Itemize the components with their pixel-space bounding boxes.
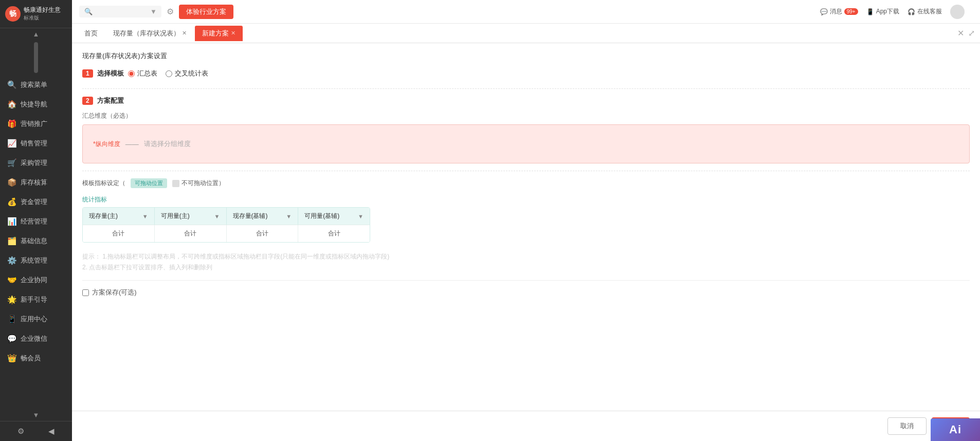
sidebar-item-inventory[interactable]: 📦 库存核算 — [0, 173, 72, 192]
operations-icon: 📊 — [7, 217, 16, 226]
search-menu-icon: 🔍 — [7, 80, 16, 89]
step1-header: 1 选择模板 汇总表 交叉统计表 — [82, 69, 970, 78]
crosstab-label: 交叉统计表 — [175, 69, 208, 78]
crosstab-radio-input[interactable] — [166, 70, 172, 77]
newbie-icon: 🌟 — [7, 295, 16, 304]
tabs-bar: 首页 现存量（库存状况表） ✕ 新建方案 ✕ ✕ ⤢ — [72, 24, 980, 43]
marketing-icon: 🎁 — [7, 119, 16, 128]
sidebar-item-system[interactable]: ⚙️ 系统管理 — [0, 251, 72, 270]
crosstab-radio[interactable]: 交叉统计表 — [166, 69, 208, 78]
save-label: 方案保存(可选) — [92, 288, 137, 297]
tip-2: 2. 点击标题栏下拉可设置排序、插入列和删除列 — [82, 263, 970, 272]
appstore-icon: 📱 — [7, 315, 16, 324]
sidebar-item-enterprise[interactable]: 🤝 企业协同 — [0, 270, 72, 290]
sidebar-scrollbar[interactable] — [34, 42, 38, 73]
window-close-button[interactable]: ✕ — [957, 28, 964, 38]
ai-badge[interactable]: Ai — [931, 418, 980, 441]
search-box[interactable]: 🔍 ▼ — [79, 6, 161, 17]
new-plan-tab-label: 新建方案 — [202, 29, 229, 38]
stats-table-row: 合计 合计 合计 合计 — [83, 225, 370, 242]
basics-icon: 🗂️ — [7, 236, 16, 246]
fixed-indicator: 不可拖动位置） — [172, 179, 225, 188]
online-service-button[interactable]: 🎧 在线客服 — [908, 7, 942, 16]
tip-1: 提示： 1.拖动标题栏可以调整布局，不可跨维度或指标区域拖动栏目字段(只能在同一… — [82, 252, 970, 261]
sidebar-logo: 畅 畅康通好生意 标准版 — [0, 0, 72, 28]
col-name-1: 可用量(主) — [161, 212, 190, 220]
step2-badge: 2 — [82, 97, 93, 105]
sidebar-item-label: 企业微信 — [21, 334, 47, 343]
inventory-tab-close-icon[interactable]: ✕ — [182, 30, 187, 36]
app-download-button[interactable]: 📱 App下载 — [866, 7, 899, 16]
col-name-0: 现存量(主) — [89, 212, 118, 220]
save-checkbox[interactable] — [82, 289, 89, 296]
template-radio-group: 汇总表 交叉统计表 — [128, 69, 208, 78]
new-plan-tab-close-icon[interactable]: ✕ — [231, 30, 235, 36]
purchase-icon: 🛒 — [7, 158, 16, 168]
step1-section: 1 选择模板 汇总表 交叉统计表 — [82, 69, 970, 78]
settings-icon[interactable]: ⚙ — [17, 427, 24, 436]
app-sub: 标准版 — [24, 14, 61, 22]
sidebar-item-newbie[interactable]: 🌟 新手引导 — [0, 290, 72, 309]
home-tab-label: 首页 — [84, 29, 98, 38]
sidebar-item-purchase[interactable]: 🛒 采购管理 — [0, 153, 72, 173]
window-expand-button[interactable]: ⤢ — [968, 28, 975, 38]
draggable-indicator-badge: 可拖动位置 — [131, 178, 167, 188]
sidebar-item-operations[interactable]: 📊 经营管理 — [0, 212, 72, 231]
step2-header: 2 方案配置 — [82, 96, 970, 105]
sidebar-scroll-down[interactable]: ▼ — [0, 409, 72, 421]
fixed-indicator-label: 不可拖动位置） — [182, 179, 225, 188]
sidebar-item-label: 销售管理 — [21, 139, 47, 148]
page-title: 现存量(库存状况表)方案设置 — [82, 51, 970, 61]
stats-label: 统计指标 — [82, 195, 970, 204]
sidebar-item-member[interactable]: 👑 畅会员 — [0, 348, 72, 368]
tips-area: 提示： 1.拖动标题栏可以调整布局，不可跨维度或指标区域拖动栏目字段(只能在同一… — [82, 252, 970, 272]
summary-radio-input[interactable] — [128, 70, 135, 77]
col-chevron-1[interactable]: ▼ — [214, 213, 220, 219]
sidebar-item-label: 资金管理 — [21, 197, 47, 207]
sidebar-item-shortcut[interactable]: 🏠 快捷导航 — [0, 95, 72, 114]
sidebar-item-label: 搜索菜单 — [21, 80, 47, 89]
dim-section-label: 汇总维度（必选） — [82, 112, 970, 120]
sidebar-item-appstore[interactable]: 📱 应用中心 — [0, 309, 72, 329]
cancel-button[interactable]: 取消 — [887, 417, 927, 435]
industry-plan-button[interactable]: 体验行业方案 — [179, 5, 233, 19]
sidebar-item-marketing[interactable]: 🎁 营销推广 — [0, 114, 72, 134]
col-chevron-2[interactable]: ▼ — [286, 213, 292, 219]
headset-icon: 🎧 — [908, 8, 915, 15]
col-chevron-0[interactable]: ▼ — [142, 213, 148, 219]
logo-icon: 畅 — [5, 6, 21, 22]
system-icon: ⚙️ — [7, 256, 16, 265]
sidebar-item-basics[interactable]: 🗂️ 基础信息 — [0, 231, 72, 251]
message-button[interactable]: 💬 消息 99+ — [820, 7, 858, 16]
sidebar-item-search[interactable]: 🔍 搜索菜单 — [0, 75, 72, 95]
stats-table-header: 现存量(主) ▼ 可用量(主) ▼ 现存量(基辅) ▼ 可用量(基辅) — [83, 208, 370, 225]
search-chevron-icon[interactable]: ▼ — [150, 8, 157, 15]
fixed-indicator-box — [172, 180, 179, 187]
col-chevron-3[interactable]: ▼ — [358, 213, 364, 219]
sidebar-bottom: ⚙ ◀ — [0, 421, 72, 441]
member-icon: 👑 — [7, 354, 16, 363]
sidebar-item-sales[interactable]: 📈 销售管理 — [0, 134, 72, 153]
gear-icon[interactable]: ⚙ — [167, 7, 174, 16]
sidebar-item-label: 新手引导 — [21, 295, 47, 304]
summary-table-radio[interactable]: 汇总表 — [128, 69, 157, 78]
summary-label: 汇总表 — [137, 69, 157, 78]
sidebar-item-wechat[interactable]: 💬 企业微信 — [0, 329, 72, 348]
enterprise-icon: 🤝 — [7, 275, 16, 285]
tab-inventory[interactable]: 现存量（库存状况表） ✕ — [106, 26, 194, 41]
stats-cell-0: 合计 — [83, 225, 155, 242]
collapse-icon[interactable]: ◀ — [48, 427, 55, 436]
sidebar-scroll-up[interactable]: ▲ — [0, 28, 72, 40]
sales-icon: 📈 — [7, 139, 16, 148]
stats-col-1: 可用量(主) ▼ — [155, 208, 227, 225]
sidebar-item-label: 采购管理 — [21, 158, 47, 168]
search-input[interactable] — [96, 8, 147, 15]
dim-placeholder[interactable]: 请选择分组维度 — [144, 139, 191, 149]
user-avatar[interactable] — [950, 5, 965, 19]
sidebar: 畅 畅康通好生意 标准版 ▲ 🔍 搜索菜单 🏠 快捷导航 🎁 营销推广 📈 销售… — [0, 0, 72, 441]
sidebar-item-label: 企业协同 — [21, 275, 47, 285]
tab-home[interactable]: 首页 — [77, 26, 105, 41]
tab-new-plan[interactable]: 新建方案 ✕ — [195, 26, 243, 41]
step2-title: 方案配置 — [97, 96, 124, 105]
sidebar-item-finance[interactable]: 💰 资金管理 — [0, 192, 72, 212]
